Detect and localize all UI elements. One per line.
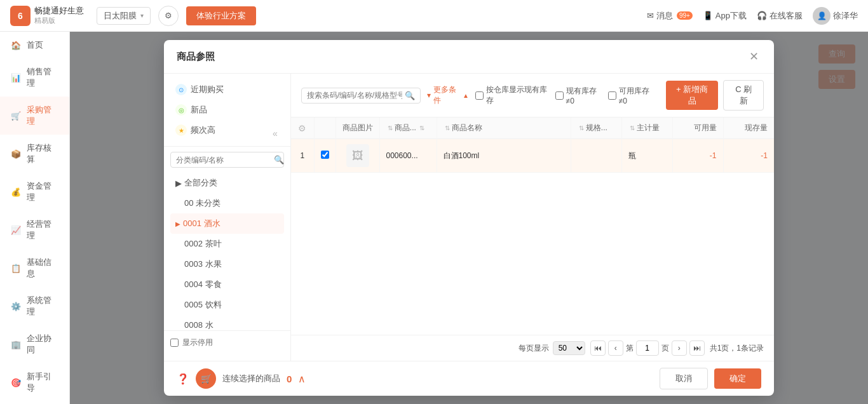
cat-item-00[interactable]: 00 未分类 <box>170 193 284 213</box>
cat-active-arrow: ▶ <box>175 220 180 227</box>
system-icon: ⚙️ <box>10 300 22 312</box>
col-spec-header[interactable]: ⇅ 规格... <box>571 118 621 139</box>
show-disabled-checkbox[interactable] <box>170 339 179 347</box>
per-page-select[interactable]: 50 100 200 <box>553 341 585 355</box>
sidebar-item-home[interactable]: 🏠 首页 <box>0 32 69 58</box>
quick-filters: ⊙ 近期购买 ◎ 新品 ★ 频次高 <box>164 80 290 147</box>
available-nonzero-checkbox[interactable] <box>555 91 564 100</box>
col-settings: ⚙ <box>291 118 314 139</box>
category-search-input[interactable] <box>176 156 271 165</box>
sort-icon: ⇅ <box>419 125 424 131</box>
sidebar-item-label: 首页 <box>27 39 43 51</box>
sidebar-item-purchase[interactable]: 🛒 采购管理 <box>0 97 69 135</box>
sidebar-item-enterprise[interactable]: 🏢 企业协同 <box>0 325 69 363</box>
row-checkbox-cell[interactable] <box>314 139 336 173</box>
avatar: 👤 <box>813 7 831 25</box>
modal-overlay: 商品参照 ✕ ⊙ 近期购买 <box>70 32 868 404</box>
add-product-button[interactable]: + 新增商品 <box>666 81 719 110</box>
modal-close-button[interactable]: ✕ <box>746 49 761 64</box>
message-icon: ✉ <box>647 11 654 20</box>
category-search-icon[interactable]: 🔍 <box>274 155 284 165</box>
user-area[interactable]: 👤 徐泽华 <box>813 7 858 25</box>
per-page-label: 每页显示 <box>519 343 549 354</box>
cat-item-0002[interactable]: 0002 茶叶 <box>170 234 284 254</box>
top-nav: 6 畅捷通好生意 精易版 日太阳膜 ▾ ⚙ 体验行业方案 ✉ 消息 99+ 📱 … <box>0 0 868 32</box>
row-avail-cell: -1 <box>672 139 723 173</box>
sidebar-item-label: 经营管理 <box>27 219 59 241</box>
product-search-input[interactable] <box>307 91 402 100</box>
sidebar-item-newbie[interactable]: 🎯 新手引导 <box>0 363 69 401</box>
cart-icon[interactable]: 🛒 <box>196 368 216 389</box>
row-checkbox[interactable] <box>321 151 329 159</box>
page-number-input[interactable] <box>636 340 659 356</box>
sidebar-item-label: 资金管理 <box>27 180 59 203</box>
chevron-up-icon: ▲ <box>463 92 469 99</box>
app-download-button[interactable]: 📱 App下载 <box>703 10 747 22</box>
footer-collapse-icon[interactable]: ∧ <box>298 373 306 385</box>
sidebar-item-appcenter[interactable]: 📱 应用中心 <box>0 401 69 404</box>
col-unit-header[interactable]: ⇅ 主计量 <box>621 118 672 139</box>
cat-item-0008[interactable]: 0008 水 <box>170 315 284 330</box>
logo-text: 畅捷通好生意 <box>34 6 84 16</box>
help-icon[interactable]: ❓ <box>177 373 189 385</box>
modal-title: 商品参照 <box>177 51 215 63</box>
last-page-button[interactable]: ⏭ <box>689 340 705 356</box>
cat-item-0003[interactable]: 0003 水果 <box>170 254 284 274</box>
quick-filter-freq[interactable]: ★ 频次高 <box>170 121 229 140</box>
col-stock-label: 现存量 <box>745 123 768 132</box>
page-label: 第 <box>626 343 634 354</box>
settings-icon[interactable]: ⚙ <box>158 6 179 26</box>
quick-filter-new[interactable]: ◎ 新品 <box>170 100 229 119</box>
more-conditions-button[interactable]: ▾ 更多条件 ▲ <box>427 84 469 106</box>
cancel-button[interactable]: 取消 <box>660 368 708 389</box>
product-search-icon[interactable]: 🔍 <box>405 91 415 100</box>
col-unit-label: 主计量 <box>637 123 660 132</box>
sidebar-item-label: 企业协同 <box>27 333 59 356</box>
sidebar-item-sales[interactable]: 📊 销售管理 <box>0 58 69 97</box>
quick-filter-recent[interactable]: ⊙ 近期购买 <box>170 80 229 99</box>
col-image-label: 商品图片 <box>342 123 373 132</box>
table-settings-icon[interactable]: ⚙ <box>298 123 306 133</box>
col-name-label: 商品名称 <box>452 123 482 132</box>
sidebar-item-basic[interactable]: 📋 基础信息 <box>0 249 69 287</box>
cart-count: 0 <box>287 374 292 384</box>
sidebar: 🏠 首页 📊 销售管理 🛒 采购管理 📦 库存核算 💰 资金管理 📈 经营管理 … <box>0 32 70 404</box>
col-code-header[interactable]: ⇅ 商品... ⇅ <box>379 118 437 139</box>
collapse-panel-button[interactable]: « <box>269 127 281 140</box>
col-image-header: 商品图片 <box>336 118 379 139</box>
table-row[interactable]: 1 🖼 000600... 白酒100ml <box>291 139 774 173</box>
trial-button[interactable]: 体验行业方案 <box>186 6 256 25</box>
cat-item-0001[interactable]: ▶ 0001 酒水 <box>170 213 284 234</box>
col-name-header[interactable]: ⇅ 商品名称 <box>437 118 571 139</box>
recent-icon: ⊙ <box>175 84 187 95</box>
check-by-warehouse[interactable]: 按仓库显示现有库存 <box>475 84 548 106</box>
cat-item-0004[interactable]: 0004 零食 <box>170 274 284 295</box>
sidebar-item-system[interactable]: ⚙️ 系统管理 <box>0 287 69 325</box>
check-usable-nonzero[interactable]: 可用库存≠0 <box>608 86 653 105</box>
sidebar-item-finance[interactable]: 💰 资金管理 <box>0 173 69 211</box>
recent-label: 近期购买 <box>191 84 224 95</box>
next-page-button[interactable]: › <box>672 340 687 356</box>
category-list: ▶ 全部分类 00 未分类 ▶ 0001 酒水 0002 茶 <box>164 173 290 330</box>
product-table: ⚙ 商品图片 ⇅ 商品... <box>291 118 774 173</box>
sidebar-item-inventory[interactable]: 📦 库存核算 <box>0 135 69 173</box>
cat-item-all[interactable]: ▶ 全部分类 <box>170 173 284 193</box>
sidebar-item-label: 库存核算 <box>27 142 59 165</box>
sidebar-item-business[interactable]: 📈 经营管理 <box>0 211 69 249</box>
messages-button[interactable]: ✉ 消息 99+ <box>647 10 693 22</box>
product-table-area: ⚙ 商品图片 ⇅ 商品... <box>291 118 774 335</box>
prev-page-button[interactable]: ‹ <box>608 340 623 356</box>
first-page-button[interactable]: ⏮ <box>590 340 606 356</box>
product-image: 🖼 <box>346 144 369 167</box>
confirm-button[interactable]: 确定 <box>714 368 761 389</box>
cat-item-0005[interactable]: 0005 饮料 <box>170 295 284 315</box>
usable-nonzero-checkbox[interactable] <box>608 91 616 100</box>
layout: 🏠 首页 📊 销售管理 🛒 采购管理 📦 库存核算 💰 资金管理 📈 经营管理 … <box>0 32 868 404</box>
online-service-button[interactable]: 🎧 在线客服 <box>757 10 803 22</box>
check-available-nonzero[interactable]: 现有库存≠0 <box>555 86 600 105</box>
warehouse-checkbox[interactable] <box>475 91 484 100</box>
message-badge: 99+ <box>677 11 693 20</box>
row-num: 1 <box>291 139 314 173</box>
branch-dropdown[interactable]: 日太阳膜 ▾ <box>97 7 151 25</box>
refresh-button[interactable]: C 刷新 <box>723 80 764 111</box>
